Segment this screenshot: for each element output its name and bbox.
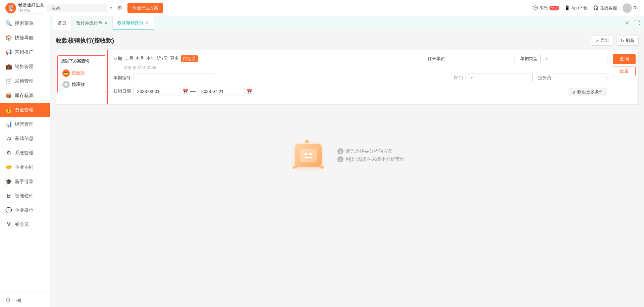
refresh-btn[interactable]: ↻ 刷新 bbox=[616, 36, 639, 46]
date-link-7days[interactable]: 近7天 bbox=[157, 55, 168, 62]
tab-bar: 首页 预付冲应付单 ✕ 收款核销执行 ✕ ✕ ⛶ bbox=[50, 16, 644, 30]
export-btn[interactable]: ↗ 导出 bbox=[591, 36, 613, 46]
filter-by-receipt[interactable]: 💳 按收款 bbox=[61, 67, 102, 79]
top-bar: 🐰 畅捷通好生意 标准版 ▾ ⚙ 体验行业方案 💬 消息 99+ 📱 App下载… bbox=[0, 0, 644, 16]
verify-date-from[interactable] bbox=[133, 87, 180, 96]
dropdown-chevron-icon[interactable]: ▾ bbox=[110, 6, 112, 10]
date-links: 上月 本月 本年 近7天 更多 自定义 bbox=[125, 55, 198, 62]
sidebar-item-finance[interactable]: 💰 资金管理 bbox=[0, 103, 50, 117]
doc-type-label: 单据类型 bbox=[520, 56, 538, 62]
sidebar-item-search[interactable]: 🔍 搜索菜单 bbox=[0, 16, 50, 31]
tab-expand-btn[interactable]: ⛶ bbox=[633, 19, 641, 28]
tab-home[interactable]: 首页 bbox=[53, 16, 71, 30]
counterparty-group: 往来单位 ··· bbox=[428, 54, 515, 63]
avatar bbox=[623, 3, 632, 13]
sidebar-item-basic-info[interactable]: 🗂 基础信息 bbox=[0, 132, 50, 146]
filter-row-3: 核销日期 📅 — 📅 ∧ bbox=[113, 86, 607, 96]
counterparty-dots: ··· bbox=[507, 56, 511, 61]
doc-num-input[interactable] bbox=[133, 73, 214, 82]
sidebar-item-wechat[interactable]: 💬 企业微信 bbox=[0, 203, 50, 217]
collapse-sidebar-icon[interactable]: ◀ bbox=[16, 296, 21, 304]
service-icon: 🎧 bbox=[593, 5, 598, 10]
verify-date-range: 📅 — 📅 bbox=[133, 87, 252, 96]
filter-row-2: 单据编号 部门 ▾ 业务员 ··· bbox=[113, 73, 607, 82]
tab-close-receipt[interactable]: ✕ bbox=[146, 20, 149, 25]
management-icon: 📊 bbox=[5, 121, 12, 127]
staff-label: 业务员 bbox=[538, 75, 551, 81]
dept-select[interactable]: ▾ bbox=[466, 73, 533, 82]
app-download-btn[interactable]: 📱 App下载 bbox=[565, 5, 588, 11]
cal-to-icon[interactable]: 📅 bbox=[247, 89, 252, 94]
refresh-icon: ↻ bbox=[621, 38, 624, 43]
staff-group: 业务员 ··· bbox=[538, 73, 607, 82]
home-icon: 🏠 bbox=[5, 35, 12, 41]
sidebar-item-sales[interactable]: 💼 销售管理 bbox=[0, 59, 50, 74]
dept-group: 部门 ▾ bbox=[454, 73, 533, 82]
service-btn[interactable]: 🎧 在线客服 bbox=[593, 5, 617, 11]
app-icon: 📱 bbox=[565, 5, 570, 10]
collapse-more-icon: ∧ bbox=[573, 90, 576, 95]
doc-type-group: 单据类型 ▾ bbox=[520, 54, 607, 63]
date-group: 日期 上月 本月 本年 近7天 更多 自定义 bbox=[113, 55, 198, 62]
sidebar-item-member[interactable]: V 畅会员 bbox=[0, 217, 50, 232]
filter-row-1: 日期 上月 本月 本年 近7天 更多 自定义 bbox=[113, 54, 607, 63]
date-link-last-month[interactable]: 上月 bbox=[125, 55, 133, 62]
collapse-more-btn[interactable]: ∧ 收起更多条件 bbox=[569, 88, 607, 96]
counterparty-select[interactable]: ··· bbox=[448, 54, 515, 63]
sidebar-item-hardware[interactable]: 🖥 智能硬件 bbox=[0, 189, 50, 203]
tab-close-prepay[interactable]: ✕ bbox=[104, 21, 108, 25]
filter-form: 日期 上月 本月 本年 近7天 更多 自定义 bbox=[108, 50, 613, 104]
page-actions: ↗ 导出 ↻ 刷新 bbox=[591, 36, 639, 46]
cal-from-icon[interactable]: 📅 bbox=[182, 89, 188, 94]
staff-select[interactable]: ··· bbox=[554, 73, 607, 82]
tab-bar-actions: ✕ ⛶ bbox=[624, 18, 641, 28]
date-link-more[interactable]: 更多 bbox=[170, 55, 179, 62]
sidebar-item-cooperation[interactable]: 🤝 企业协同 bbox=[0, 160, 50, 174]
doc-type-arrow: ▾ bbox=[545, 56, 548, 61]
page-content: 收款核销执行(按收款) ↗ 导出 ↻ 刷新 按以下方 bbox=[50, 30, 644, 307]
date-link-this-month[interactable]: 本月 bbox=[136, 55, 144, 62]
tab-receipt[interactable]: 收款核销执行 ✕ bbox=[113, 16, 154, 30]
finance-icon: 💰 bbox=[5, 107, 12, 113]
doc-num-label: 单据编号 bbox=[113, 75, 131, 81]
query-btn[interactable]: 查询 bbox=[613, 54, 636, 64]
cooperation-icon: 🤝 bbox=[5, 164, 12, 170]
page-title: 收款核销执行(按收款) bbox=[56, 37, 114, 45]
sidebar-bottom: ⚙ ◀ bbox=[0, 293, 50, 307]
tab-prepay[interactable]: 预付冲应付单 ✕ bbox=[71, 16, 113, 30]
filter-by-receivable[interactable]: 🕐 按应收 bbox=[61, 79, 102, 90]
edition-badge: 标准版 bbox=[18, 8, 44, 13]
verify-date-to[interactable] bbox=[198, 87, 245, 96]
sidebar-item-management[interactable]: 📊 经营管理 bbox=[0, 117, 50, 132]
date-link-this-year[interactable]: 本年 bbox=[146, 55, 155, 62]
wechat-icon: 💬 bbox=[5, 207, 12, 213]
staff-dots: ··· bbox=[600, 75, 604, 80]
counterparty-label: 往来单位 bbox=[428, 56, 445, 62]
sidebar-item-system[interactable]: ⚙ 系统管理 bbox=[0, 146, 50, 160]
industry-btn[interactable]: 体验行业方案 bbox=[127, 3, 163, 13]
gear-icon[interactable]: ⚙ bbox=[117, 5, 122, 11]
doc-type-select[interactable]: ▾ bbox=[540, 54, 607, 63]
settings-bottom-icon[interactable]: ⚙ bbox=[5, 296, 11, 304]
sidebar-item-quicknav[interactable]: 🏠 快捷导航 bbox=[0, 31, 50, 45]
hardware-icon: 🖥 bbox=[5, 193, 12, 199]
member-icon: V bbox=[5, 221, 12, 227]
tab-close-all-btn[interactable]: ✕ bbox=[624, 18, 631, 28]
date-link-custom[interactable]: 自定义 bbox=[181, 55, 198, 62]
message-badge: 99+ bbox=[549, 6, 559, 10]
message-btn[interactable]: 💬 消息 99+ bbox=[533, 5, 559, 11]
sidebar-item-marketing[interactable]: 📢 营销推广 bbox=[0, 45, 50, 59]
page-header: 收款核销执行(按收款) ↗ 导出 ↻ 刷新 bbox=[56, 36, 639, 46]
marketing-icon: 📢 bbox=[5, 49, 12, 55]
user-info[interactable]: Rit bbox=[623, 3, 639, 13]
filter-panel: 按以下方案查询 💳 按收款 🕐 按应收 bbox=[56, 50, 639, 105]
sidebar-item-inventory[interactable]: 📦 库存核算 bbox=[0, 88, 50, 103]
sales-icon: 💼 bbox=[5, 63, 12, 70]
sidebar-item-guide[interactable]: 🎓 新手引导 bbox=[0, 174, 50, 189]
empty-state: 1 请先选择要分析的方案 2 用[过滤]条件来缩小分析范围 bbox=[56, 110, 639, 201]
search-input[interactable] bbox=[47, 4, 107, 12]
sidebar-item-purchase[interactable]: 🛒 采购管理 bbox=[0, 74, 50, 88]
filter-sidebar-title: 按以下方案查询 💳 按收款 🕐 按应收 bbox=[57, 55, 106, 93]
settings-btn[interactable]: 设置 bbox=[613, 66, 636, 76]
doc-num-group: 单据编号 bbox=[113, 73, 214, 82]
